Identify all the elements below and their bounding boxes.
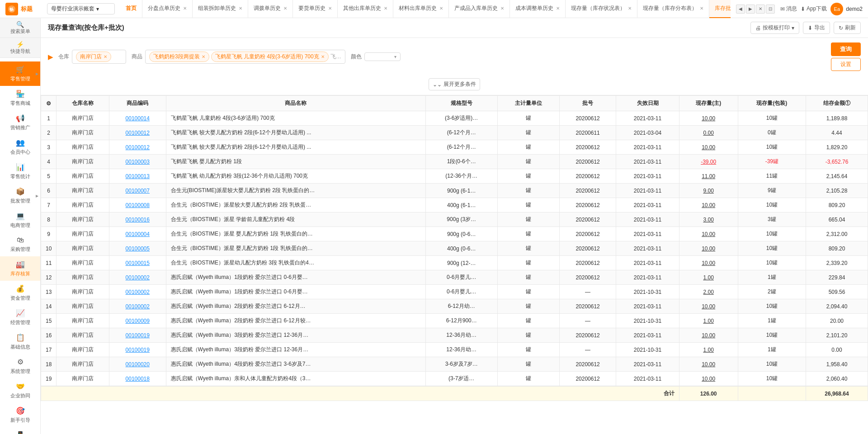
cell-qty-main[interactable]: 10.00 [679, 241, 738, 256]
sidebar-item-purchase[interactable]: 🛍 采购管理 [0, 232, 40, 256]
cell-code[interactable]: 00100020 [109, 357, 166, 372]
sidebar-item-retail-management[interactable]: 🛒 零售管理 ▶ [0, 61, 40, 86]
tab-4[interactable]: 要货单历史✕ [293, 0, 338, 18]
cell-code[interactable]: 00100009 [109, 314, 166, 328]
cell-qty-main[interactable]: -39.00 [679, 155, 738, 169]
warehouse-filter-input[interactable]: 南岸门店 ✕ [72, 50, 126, 64]
tab-close-icon[interactable]: ✕ [628, 6, 632, 11]
cell-code[interactable]: 00100005 [109, 241, 166, 256]
query-button[interactable]: 查询 [831, 42, 861, 56]
sidebar-search[interactable]: 🔍 搜索菜单 [0, 18, 40, 38]
sidebar-quicknav[interactable]: ⚡ 快捷导航 [0, 38, 40, 58]
cell-qty-main[interactable]: 10.00 [679, 111, 738, 126]
sidebar-item-basics[interactable]: 📋 基础信息 [0, 330, 40, 354]
cell-qty-main[interactable]: 3.00 [679, 212, 738, 227]
refresh-button[interactable]: ↻ 刷新 [834, 22, 861, 34]
tab-3[interactable]: 调拨单历史✕ [248, 0, 293, 18]
cell-code[interactable]: 00100002 [109, 299, 166, 314]
cell-code[interactable]: 00100014 [109, 111, 166, 126]
color-filter-select[interactable]: ▾ [364, 52, 401, 61]
cell-qty-main[interactable]: 10.00 [679, 198, 738, 212]
th-settings[interactable]: ⚙ [41, 96, 57, 111]
tab-home[interactable]: 首页 [120, 0, 142, 18]
goods-filter-input[interactable]: 飞鹤奶粉3段两提装 ✕ 飞鹤星飞帆 儿童奶粉 4段(3-6岁适用) 700克 ✕… [145, 50, 345, 64]
sidebar-item-ecommerce[interactable]: 💻 电商管理 [0, 208, 40, 232]
tab-8[interactable]: 成本调整单历史✕ [510, 0, 566, 18]
cell-code[interactable]: 00100007 [109, 184, 166, 198]
tab-1[interactable]: 分盘点单历史✕ [142, 0, 193, 18]
sidebar-item-member-center[interactable]: 👥 会员中心 [0, 135, 40, 159]
cell-code[interactable]: 00100012 [109, 140, 166, 155]
tab-prev-arrow[interactable]: ◀ [736, 5, 745, 14]
sidebar-item-operations[interactable]: 📈 经营管理 [0, 305, 40, 330]
cell-qty-main[interactable]: 10.00 [679, 328, 738, 343]
cell-qty-main[interactable]: 11.00 [679, 169, 738, 184]
tab-close-icon[interactable]: ✕ [556, 6, 560, 11]
tab-close-icon[interactable]: ✕ [328, 6, 332, 11]
tab-close-icon[interactable]: ✕ [384, 6, 387, 11]
tab-7[interactable]: 产成品入库单历史✕ [449, 0, 510, 18]
sidebar-item-app-center[interactable]: 📱 应用中心 [0, 427, 40, 434]
sidebar-item-finance[interactable]: 💰 资金管理 [0, 281, 40, 305]
cell-qty-main[interactable]: 2.00 [679, 285, 738, 299]
tab-close-icon[interactable]: ✕ [700, 6, 703, 11]
cell-qty-main[interactable]: 1.00 [679, 314, 738, 328]
tab-close-icon[interactable]: ✕ [439, 6, 443, 11]
cell-qty-main[interactable]: 10.00 [679, 227, 738, 241]
workspace-selector[interactable]: 母婴行业演示账套 ▾ [47, 3, 115, 14]
tab-9[interactable]: 现存量（库存状况表）✕ [566, 0, 637, 18]
cell-code[interactable]: 00100016 [109, 212, 166, 227]
cell-qty-main[interactable]: 10.00 [679, 256, 738, 270]
tab-close-icon[interactable]: ✕ [500, 6, 504, 11]
sidebar-item-retail-stats[interactable]: 📊 零售统计 [0, 159, 40, 184]
expand-conditions-button[interactable]: ⌄⌄ 展开更多条件 [429, 78, 480, 90]
cell-code[interactable]: 00100019 [109, 328, 166, 343]
settings-button[interactable]: 设置 [831, 58, 861, 71]
tab-5[interactable]: 其他出库单历史✕ [338, 0, 393, 18]
tab-6[interactable]: 材料出库单历史✕ [393, 0, 449, 18]
cell-qty-main[interactable]: 1.00 [679, 343, 738, 357]
cell-code[interactable]: 00100012 [109, 126, 166, 140]
cell-qty-main[interactable]: 1.00 [679, 270, 738, 285]
sidebar-item-inventory[interactable]: 🏭 库存核算 [0, 256, 40, 281]
cell-qty-main[interactable]: 10.00 [679, 140, 738, 155]
sidebar-item-marketing[interactable]: 📢 营销推广 [0, 110, 40, 135]
tab-close-icon[interactable]: ✕ [183, 6, 187, 11]
message-button[interactable]: ✉ 消息 [780, 5, 797, 13]
cell-code[interactable]: 00100018 [109, 372, 166, 387]
user-menu[interactable]: Ea demo2 [830, 3, 863, 15]
cell-code[interactable]: 00100003 [109, 155, 166, 169]
tab-next-arrow[interactable]: ▶ [746, 5, 755, 14]
filter-expand-arrow[interactable]: ▶ [48, 53, 53, 61]
cell-code[interactable]: 00100002 [109, 285, 166, 299]
cell-qty-main[interactable]: 9.00 [679, 184, 738, 198]
cell-code[interactable]: 00100002 [109, 270, 166, 285]
sidebar-item-system[interactable]: ⚙ 系统管理 [0, 354, 40, 378]
export-button[interactable]: ⬇ 导出 [803, 22, 830, 34]
sidebar-item-wholesale[interactable]: 📦 批发管理 ▶ [0, 184, 40, 208]
cell-qty-main[interactable]: 0.00 [679, 126, 738, 140]
sidebar-item-enterprise[interactable]: 🤝 企业协同 [0, 378, 40, 403]
warehouse-tag-close[interactable]: ✕ [104, 54, 107, 59]
goods-tag-close-2[interactable]: ✕ [321, 54, 325, 59]
tab-2[interactable]: 组装拆卸单历史✕ [193, 0, 248, 18]
cell-code[interactable]: 00100008 [109, 198, 166, 212]
tab-close-icon[interactable]: ✕ [283, 6, 287, 11]
cell-code[interactable]: 00100015 [109, 256, 166, 270]
cell-qty-main[interactable]: 10.00 [679, 299, 738, 314]
tab-close-all[interactable]: ✕ [756, 5, 765, 14]
tab-11[interactable]: 库存批次账✕ [709, 0, 731, 18]
cell-qty-main[interactable]: 10.00 [679, 372, 738, 387]
goods-tag-close-1[interactable]: ✕ [202, 54, 205, 59]
app-download-button[interactable]: ⬇ App下载 [801, 5, 827, 13]
cell-code[interactable]: 00100019 [109, 343, 166, 357]
tab-close-icon[interactable]: ✕ [239, 6, 242, 11]
cell-code[interactable]: 00100013 [109, 169, 166, 184]
tab-expand[interactable]: ⊡ [766, 5, 775, 14]
cell-qty-main[interactable]: 10.00 [679, 357, 738, 372]
print-button[interactable]: 🖨 按模板打印 ▾ [750, 22, 799, 34]
tab-10[interactable]: 现存量（库存分布表）✕ [637, 0, 709, 18]
cell-code[interactable]: 00100004 [109, 227, 166, 241]
sidebar-item-retail-mall[interactable]: 🏪 零售商城 [0, 86, 40, 110]
goods-more[interactable]: 飞… [330, 53, 341, 61]
